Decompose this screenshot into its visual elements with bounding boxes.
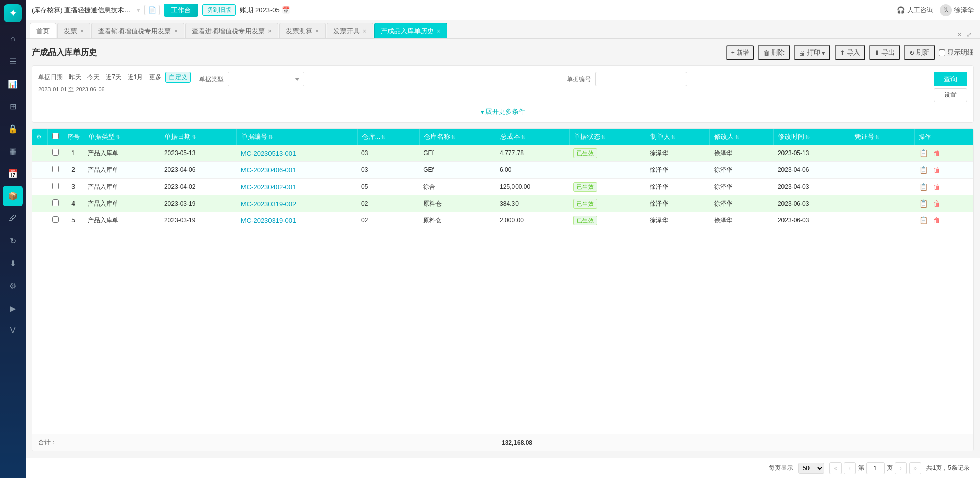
filter-id-input[interactable] [595, 72, 687, 86]
th-warehouse-code[interactable]: 仓库...⇅ [357, 129, 419, 145]
tab-product-in-history-close[interactable]: × [437, 28, 440, 34]
row-checkbox[interactable] [52, 199, 59, 206]
row-number-link[interactable]: MC-20230402-001 [241, 183, 296, 191]
page-last-button[interactable]: » [909, 462, 921, 474]
delete-button[interactable]: 🗑 删除 [758, 45, 790, 60]
page-first-button[interactable]: « [829, 462, 842, 474]
row-checkbox[interactable] [52, 183, 59, 189]
tab-invoice-calc-close[interactable]: × [315, 28, 319, 34]
page-prev-button[interactable]: ‹ [844, 462, 856, 474]
row-number-link[interactable]: MC-20230319-002 [241, 200, 296, 208]
sidebar-play[interactable]: ▶ [3, 298, 23, 318]
sidebar-lock[interactable]: 🔒 [3, 118, 23, 139]
sidebar-stamp[interactable]: 🖊 [3, 208, 23, 229]
print-button[interactable]: 🖨 打印 ▾ [794, 45, 830, 60]
filter-custom[interactable]: 自定义 [165, 72, 191, 83]
filter-today[interactable]: 今天 [85, 72, 102, 83]
th-total-cost[interactable]: 总成本⇅ [496, 129, 569, 145]
sidebar-refresh[interactable]: ↻ [3, 231, 23, 251]
row-warehouse-code: 02 [357, 195, 419, 212]
sidebar-v[interactable]: V [3, 320, 23, 341]
row-number-link[interactable]: MC-20230513-001 [241, 149, 296, 157]
th-date[interactable]: 单据日期⇅ [160, 129, 237, 145]
calendar-icon[interactable]: 📅 [282, 6, 290, 14]
tab-invoice-calc[interactable]: 发票测算 × [279, 23, 326, 38]
row-number-link[interactable]: MC-20230406-001 [241, 166, 296, 174]
th-creator[interactable]: 制单人⇅ [646, 129, 709, 145]
th-status[interactable]: 单据状态⇅ [569, 129, 646, 145]
row-edit-button[interactable]: 📋 [918, 165, 929, 175]
th-modify-time[interactable]: 修改时间⇅ [774, 129, 850, 145]
th-modifier[interactable]: 修改人⇅ [710, 129, 774, 145]
sidebar-home[interactable]: ⌂ [3, 29, 23, 49]
row-edit-button[interactable]: 📋 [918, 215, 929, 225]
user-area[interactable]: 头 徐泽华 [940, 4, 974, 16]
filter-type-select[interactable]: 产品入库单 [228, 72, 304, 86]
filter-7days[interactable]: 近7天 [104, 72, 124, 83]
refresh-button[interactable]: ↻ 刷新 [904, 45, 935, 60]
date-toggle-button[interactable]: 切到旧版 [202, 4, 236, 16]
sidebar-warehouse[interactable]: 📦 [3, 186, 23, 206]
import-button[interactable]: ⬆ 导入 [835, 45, 865, 60]
row-delete-button[interactable]: 🗑 [932, 165, 941, 175]
tab-check-purchase-vat-label: 查看进项增值税专用发票 [192, 27, 265, 36]
th-voucher[interactable]: 凭证号⇅ [850, 129, 914, 145]
tab-product-in-history[interactable]: 产成品入库单历史 × [374, 23, 447, 38]
row-checkbox[interactable] [52, 216, 59, 223]
tab-invoice-open-close[interactable]: × [363, 28, 366, 34]
workbench-button[interactable]: 工作台 [164, 4, 198, 17]
row-date: 2023-03-19 [160, 212, 237, 229]
show-detail-checkbox[interactable] [939, 49, 945, 56]
filter-id-label: 单据编号 [567, 75, 591, 84]
row-edit-button[interactable]: 📋 [918, 148, 929, 158]
sidebar-calendar[interactable]: 📅 [3, 163, 23, 184]
sidebar-gear[interactable]: ⚙ [3, 275, 23, 296]
tab-window-max[interactable]: ⤢ [966, 31, 972, 38]
row-no: 4 [63, 195, 84, 212]
row-total-cost: 2,000.00 [496, 212, 569, 229]
filter-yesterday[interactable]: 昨天 [67, 72, 83, 83]
reset-button[interactable]: 设置 [934, 88, 967, 102]
row-checkbox[interactable] [52, 166, 59, 172]
tab-home[interactable]: 首页 [30, 23, 56, 38]
tab-check-purchase-vat[interactable]: 查看进项增值税专用发票 × [185, 23, 278, 38]
th-warehouse-name[interactable]: 仓库名称⇅ [419, 129, 496, 145]
row-edit-button[interactable]: 📋 [918, 198, 929, 209]
tab-invoice[interactable]: 发票 × [57, 23, 90, 38]
row-edit-button[interactable]: 📋 [918, 182, 929, 192]
sidebar-grid[interactable]: ▦ [3, 141, 23, 161]
row-delete-button[interactable]: 🗑 [932, 215, 941, 225]
new-button[interactable]: + 新增 [726, 45, 754, 60]
tab-window-close[interactable]: ✕ [957, 31, 962, 38]
page-input[interactable] [866, 462, 885, 474]
row-delete-button[interactable]: 🗑 [932, 148, 941, 158]
user-service[interactable]: 🎧 人工咨询 [897, 6, 934, 15]
tab-check-purchase-vat-close[interactable]: × [268, 28, 272, 34]
row-delete-button[interactable]: 🗑 [932, 182, 941, 192]
export-button[interactable]: ⬇ 导出 [869, 45, 900, 60]
sidebar-invoice[interactable]: ☰ [3, 51, 23, 71]
th-type[interactable]: 单据类型⇅ [84, 129, 160, 145]
tab-invoice-open[interactable]: 发票开具 × [327, 23, 373, 38]
th-number[interactable]: 单据编号⇅ [237, 129, 357, 145]
sidebar-download[interactable]: ⬇ [3, 253, 23, 273]
doc-icon-area[interactable]: 📄 [144, 5, 160, 15]
tab-check-sales-vat-close[interactable]: × [174, 28, 178, 34]
th-settings[interactable]: ⚙ [32, 129, 47, 145]
sidebar-chart[interactable]: 📊 [3, 73, 23, 94]
delete-icon: 🗑 [763, 49, 770, 57]
row-delete-button[interactable]: 🗑 [932, 198, 941, 209]
page-size-select[interactable]: 20 50 100 [798, 463, 824, 474]
filter-more[interactable]: 更多 [147, 72, 163, 83]
filter-1month[interactable]: 近1月 [126, 72, 145, 83]
row-modifier: 徐泽华 [710, 162, 774, 179]
query-button[interactable]: 查询 [934, 72, 967, 86]
expand-button[interactable]: ▾ 展开更多条件 [481, 107, 525, 116]
sidebar-settings2[interactable]: ⊞ [3, 96, 23, 116]
select-all-checkbox[interactable] [52, 133, 59, 139]
page-next-button[interactable]: › [895, 462, 907, 474]
row-number-link[interactable]: MC-20230319-001 [241, 217, 296, 224]
row-checkbox[interactable] [52, 149, 59, 156]
tab-check-sales-vat[interactable]: 查看销项增值税专用发票 × [91, 23, 184, 38]
tab-invoice-close[interactable]: × [80, 28, 84, 34]
